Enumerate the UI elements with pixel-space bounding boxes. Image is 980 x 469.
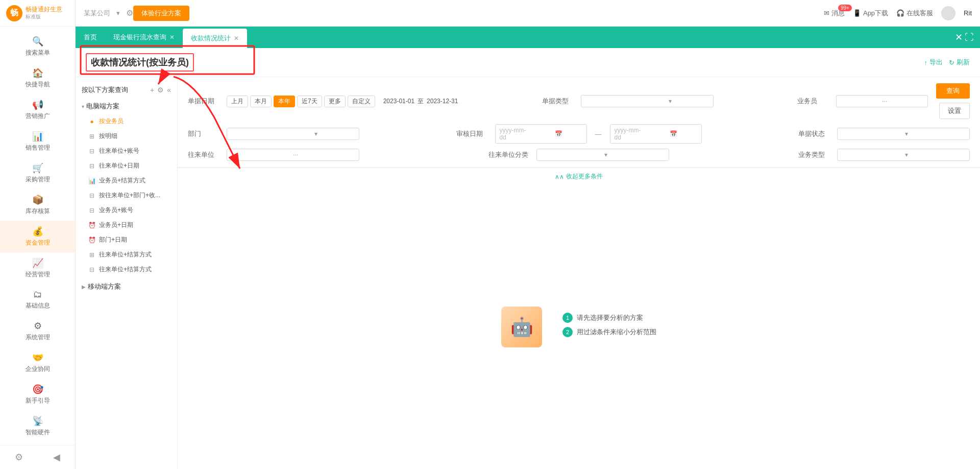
home-icon: 🏠 xyxy=(32,67,43,79)
salesperson-dots-icon[interactable]: ··· xyxy=(882,98,923,105)
date-btn-last-month[interactable]: 上月 xyxy=(227,96,248,107)
filter-setting-button[interactable]: 设置 xyxy=(939,103,970,119)
calendar-from-icon[interactable]: 📅 xyxy=(555,130,582,137)
sidebar-label-quick-nav: 快捷导航 xyxy=(26,80,50,89)
partner-category-select[interactable]: ▾ xyxy=(536,149,669,161)
partner-payment1-icon: ⊞ xyxy=(88,251,96,259)
right-panel: 单据日期 上月 本月 本年 近7天 更多 自定义 2023-01-01 xyxy=(178,77,980,469)
salesperson-select[interactable]: ··· xyxy=(836,95,928,107)
tab-close-bank-flow[interactable]: ✕ xyxy=(169,34,175,41)
scheme-item-partner-dept[interactable]: ⊟ 按往来单位+部门+收... xyxy=(80,188,177,203)
sales-icon: 📊 xyxy=(32,131,43,142)
sidebar-item-operations[interactable]: 📈 经营管理 xyxy=(0,252,75,284)
filter-row-3: 往来单位 ··· 往来单位分类 ▾ xyxy=(188,149,970,161)
collapse-panel-button[interactable]: « xyxy=(167,86,171,94)
collapse-label: 收起更多条件 xyxy=(566,172,603,181)
review-date-from[interactable]: yyyy-mm-dd 📅 xyxy=(495,124,587,144)
query-button[interactable]: 查询 xyxy=(936,83,970,99)
scheme-item-dept-date[interactable]: ⏰ 部门+日期 xyxy=(80,232,177,247)
date-btn-this-month[interactable]: 本月 xyxy=(250,96,272,107)
empty-step-2: 2 用过滤条件来缩小分析范围 xyxy=(562,327,656,337)
sidebar-label-inventory: 库存核算 xyxy=(26,207,50,216)
scheme-item-partner-payment2[interactable]: ⊟ 往来单位+结算方式 xyxy=(80,262,177,277)
type-filter-label: 单据类型 xyxy=(542,97,573,106)
tab-home[interactable]: 首页 xyxy=(76,27,105,48)
scheme-item-by-salesperson[interactable]: ● 按业务员 xyxy=(80,114,177,129)
collapse-conditions-button[interactable]: ∧∧ 收起更多条件 xyxy=(555,172,603,181)
dept-select[interactable]: ▾ xyxy=(227,128,359,140)
date-btn-more[interactable]: 更多 xyxy=(324,96,346,107)
calendar-to-icon[interactable]: 📅 xyxy=(670,130,697,137)
message-button[interactable]: ✉ 消息 99+ xyxy=(824,9,845,18)
date-range-separator: 至 xyxy=(418,97,424,106)
avatar[interactable] xyxy=(941,6,955,20)
scheme-item-partner-date[interactable]: ⊟ 往来单位+日期 xyxy=(80,158,177,173)
desktop-scheme-section: ▾ 电脑端方案 ● 按业务员 ⊞ 按明细 xyxy=(76,99,177,277)
tab-bar: 首页 现金银行流水查询 ✕ 收款情况统计 ✕ ✕ ⛶ xyxy=(76,27,980,48)
trial-button[interactable]: 体验行业方案 xyxy=(133,6,189,21)
partner-dots-icon[interactable]: ··· xyxy=(293,151,355,158)
chevron-down-icon[interactable]: ▾ xyxy=(116,9,120,17)
type-select[interactable]: ▾ xyxy=(581,95,714,107)
sidebar-item-basic-info[interactable]: 🗂 基础信息 xyxy=(0,284,75,315)
status-select[interactable]: ▾ xyxy=(837,128,970,140)
tab-close-collection-stats[interactable]: ✕ xyxy=(234,35,239,42)
date-buttons: 上月 本月 本年 近7天 更多 自定义 xyxy=(227,96,375,107)
partner-account-icon: ⊟ xyxy=(88,147,96,155)
partner-date-icon: ⊟ xyxy=(88,162,96,170)
scheme-setting-button[interactable]: ⚙ xyxy=(157,86,164,94)
cooperation-icon: 🤝 xyxy=(32,352,43,363)
sidebar-item-quick-nav[interactable]: 🏠 快捷导航 xyxy=(0,62,75,94)
review-date-to[interactable]: yyyy-mm-dd 📅 xyxy=(610,124,702,144)
date-btn-custom[interactable]: 自定义 xyxy=(348,96,375,107)
sidebar-item-inventory[interactable]: 📦 库存核算 xyxy=(0,189,75,221)
date-btn-this-year[interactable]: 本年 xyxy=(274,96,295,107)
sidebar-item-cooperation[interactable]: 🤝 企业协同 xyxy=(0,347,75,379)
tab-collection-stats[interactable]: 收款情况统计 ✕ xyxy=(183,29,247,48)
sidebar-item-system[interactable]: ⚙ 系统管理 xyxy=(0,315,75,347)
settings-footer-icon[interactable]: ⚙ xyxy=(15,452,23,463)
export-button[interactable]: ↑ 导出 xyxy=(924,58,943,67)
sidebar-item-finance[interactable]: 💰 资金管理 xyxy=(0,221,75,252)
empty-area: 🤖 1 请先选择要分析的方案 2 用过滤条件来缩小分析范围 xyxy=(178,185,980,469)
app-logo: 畅 畅捷通好生意 标准版 xyxy=(0,0,75,27)
scheme-item-partner-payment1[interactable]: ⊞ 往来单位+结算方式 xyxy=(80,247,177,262)
mobile-scheme-header[interactable]: ▶ 移动端方案 xyxy=(76,279,177,294)
add-scheme-button[interactable]: + xyxy=(150,86,154,94)
sidebar-item-search-menu[interactable]: 🔍 搜索菜单 xyxy=(0,31,75,62)
online-service-button[interactable]: 🎧 在线客服 xyxy=(896,9,933,18)
scheme-item-salesperson-date[interactable]: ⏰ 业务员+日期 xyxy=(80,218,177,232)
refresh-button[interactable]: ↻ 刷新 xyxy=(949,58,970,67)
tab-close-all-button[interactable]: ✕ xyxy=(955,32,963,43)
sidebar-label-system: 系统管理 xyxy=(26,333,50,342)
scheme-item-label-dept-date: 部门+日期 xyxy=(99,236,127,244)
operations-icon: 📈 xyxy=(32,257,43,269)
refresh-label: 刷新 xyxy=(957,58,970,67)
top-header: 某某公司 ▾ ⚙ 体验行业方案 ✉ 消息 99+ 📱 App下载 🎧 在线客服 xyxy=(76,0,980,27)
sidebar-item-marketing[interactable]: 📢 营销推广 xyxy=(0,94,75,126)
scheme-item-salesperson-account[interactable]: ⊟ 业务员+账号 xyxy=(80,203,177,218)
scheme-item-label-partner-dept: 按往来单位+部门+收... xyxy=(99,191,160,200)
sidebar-item-purchase[interactable]: 🛒 采购管理 xyxy=(0,157,75,189)
logo-text: 畅捷通好生意 xyxy=(26,6,62,14)
sidebar-item-hardware[interactable]: 📡 智能硬件 xyxy=(0,410,75,442)
date-from: 2023-01-01 xyxy=(383,98,414,105)
collapse-footer-icon[interactable]: ◀ xyxy=(53,452,60,463)
scheme-item-salesperson-payment[interactable]: 📊 业务员+结算方式 xyxy=(80,173,177,188)
biz-type-select[interactable]: ▾ xyxy=(837,149,970,161)
scheme-item-partner-account[interactable]: ⊟ 往来单位+账号 xyxy=(80,144,177,158)
partner-select[interactable]: ··· xyxy=(227,149,359,161)
app-download-button[interactable]: 📱 App下载 xyxy=(853,9,888,18)
desktop-scheme-header[interactable]: ▾ 电脑端方案 xyxy=(76,99,177,114)
sidebar-item-guide[interactable]: 🎯 新手引导 xyxy=(0,379,75,410)
export-label: 导出 xyxy=(929,58,943,67)
sidebar: 畅 畅捷通好生意 标准版 🔍 搜索菜单 🏠 快捷导航 📢 营销推广 📊 xyxy=(0,0,76,469)
sidebar-label-operations: 经营管理 xyxy=(26,270,50,279)
partner-filter-label: 往来单位 xyxy=(188,150,218,159)
tab-expand-button[interactable]: ⛶ xyxy=(965,32,974,43)
date-btn-7days[interactable]: 近7天 xyxy=(297,96,322,107)
scheme-item-by-detail[interactable]: ⊞ 按明细 xyxy=(80,129,177,144)
tab-bank-flow[interactable]: 现金银行流水查询 ✕ xyxy=(105,27,183,48)
header-gear-icon[interactable]: ⚙ xyxy=(126,8,133,18)
sidebar-item-sales[interactable]: 📊 销售管理 xyxy=(0,126,75,157)
